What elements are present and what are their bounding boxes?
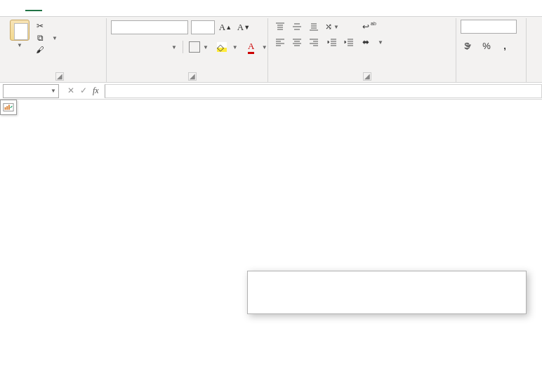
align-left-button[interactable] xyxy=(272,35,288,49)
brush-icon: 🖌 xyxy=(35,45,45,55)
merge-center-button[interactable]: ⬌▼ xyxy=(362,35,383,49)
orientation-button[interactable]: ⤭▼ xyxy=(324,20,340,34)
cancel-formula-button[interactable]: ✕ xyxy=(67,86,74,96)
cut-button[interactable]: ✂ xyxy=(35,21,58,31)
copy-icon: ⧉ xyxy=(35,33,45,43)
fill-color-button[interactable]: ◇ xyxy=(214,39,230,55)
font-size-select[interactable] xyxy=(191,20,215,34)
font-name-select[interactable] xyxy=(111,20,188,34)
align-top-button[interactable] xyxy=(272,20,288,34)
alignment-dialog-launcher[interactable]: ◢ xyxy=(363,72,371,81)
accounting-format-button[interactable]: $▼ xyxy=(461,38,476,53)
bold-button[interactable] xyxy=(111,39,126,55)
scissors-icon: ✂ xyxy=(35,21,45,31)
font-color-button[interactable]: A xyxy=(244,39,259,55)
clipboard-dialog-launcher[interactable]: ◢ xyxy=(55,72,64,81)
comma-format-button[interactable]: , xyxy=(497,38,513,53)
border-button[interactable] xyxy=(189,41,200,53)
tab-formulas[interactable] xyxy=(76,6,93,11)
svg-rect-2 xyxy=(6,106,8,109)
tab-data[interactable] xyxy=(93,6,110,11)
accept-formula-button[interactable]: ✓ xyxy=(80,86,87,96)
align-center-button[interactable] xyxy=(289,35,305,49)
group-number: $▼ % , xyxy=(456,18,527,82)
align-middle-button[interactable] xyxy=(289,20,305,34)
formula-bar: ▼ ✕ ✓ fx xyxy=(0,83,542,100)
number-format-select[interactable] xyxy=(461,20,517,34)
spreadsheet-grid[interactable] xyxy=(0,100,542,380)
merge-icon: ⬌ xyxy=(362,37,369,47)
group-clipboard: ▼ ✂ ⧉▼ 🖌 ◢ xyxy=(3,18,107,82)
formula-input[interactable] xyxy=(105,84,542,98)
italic-button[interactable] xyxy=(132,39,147,55)
svg-rect-1 xyxy=(5,107,6,110)
insert-function-button[interactable]: fx xyxy=(93,86,99,96)
decrease-font-button[interactable]: A▼ xyxy=(236,20,251,35)
decrease-indent-button[interactable] xyxy=(324,35,340,49)
tab-help[interactable] xyxy=(143,6,160,11)
wrap-text-icon: ↩ xyxy=(362,22,369,32)
popup-footer-text xyxy=(248,297,526,313)
font-dialog-launcher[interactable]: ◢ xyxy=(188,72,197,81)
align-right-button[interactable] xyxy=(306,35,322,49)
tab-file[interactable] xyxy=(8,6,25,11)
tab-view[interactable] xyxy=(126,6,143,11)
wrap-text-button[interactable]: ↩ab xyxy=(362,20,383,34)
align-bottom-button[interactable] xyxy=(306,20,322,34)
name-box[interactable]: ▼ xyxy=(3,84,59,98)
tab-home[interactable] xyxy=(25,5,42,11)
paste-dropdown[interactable]: ▼ xyxy=(17,42,22,48)
underline-button[interactable] xyxy=(153,39,168,55)
format-painter-button[interactable]: 🖌 xyxy=(35,45,58,55)
svg-rect-3 xyxy=(8,104,10,109)
ribbon-tabs xyxy=(0,0,542,17)
quick-analysis-popup xyxy=(247,271,527,314)
group-alignment: ⤭▼ ↩ab ⬌▼ ◢ xyxy=(268,18,456,82)
ribbon: ▼ ✂ ⧉▼ 🖌 ◢ A▲ A▼ ▼ ▼ ◇▼ xyxy=(0,17,542,83)
increase-indent-button[interactable] xyxy=(341,35,357,49)
percent-format-button[interactable]: % xyxy=(479,38,494,53)
quick-analysis-button[interactable] xyxy=(0,100,17,115)
tab-review[interactable] xyxy=(110,6,126,11)
increase-font-button[interactable]: A▲ xyxy=(218,20,233,35)
paste-icon[interactable] xyxy=(10,20,29,41)
tab-insert[interactable] xyxy=(42,6,59,11)
copy-button[interactable]: ⧉▼ xyxy=(35,33,58,43)
group-font: A▲ A▼ ▼ ▼ ◇▼ A▼ ◢ xyxy=(107,18,268,82)
tab-page-layout[interactable] xyxy=(59,6,76,11)
